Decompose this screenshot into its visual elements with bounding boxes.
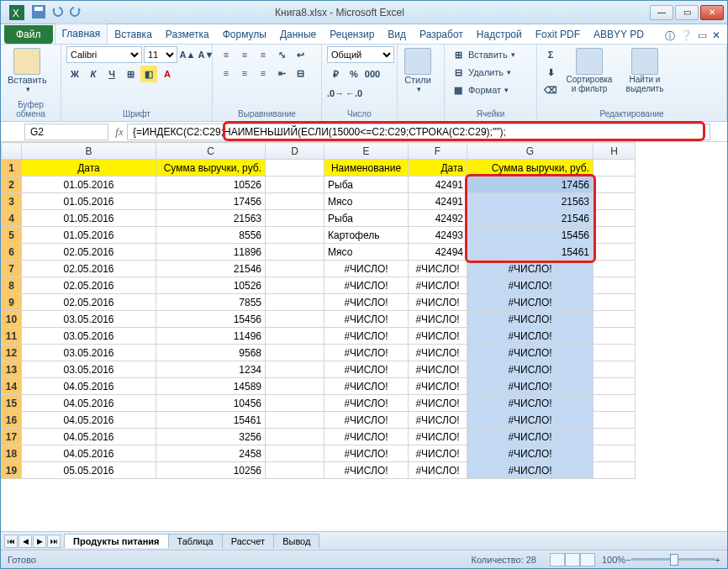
cell-C7[interactable]: 21546: [156, 261, 266, 277]
cell-B14[interactable]: 04.05.2016: [22, 378, 156, 395]
maximize-button[interactable]: ▭: [675, 5, 699, 20]
cell-C17[interactable]: 3256: [156, 429, 266, 445]
worksheet-grid[interactable]: BCDEFGH1ДатаСумма выручки, руб.Наименова…: [1, 142, 727, 531]
border-button[interactable]: ⊞: [122, 66, 139, 82]
cell-H2[interactable]: [593, 176, 636, 193]
cell-H16[interactable]: [593, 412, 636, 429]
cell-G12[interactable]: #ЧИСЛО!: [467, 345, 593, 361]
align-middle-icon[interactable]: ≡: [236, 46, 253, 63]
zoom-in-button[interactable]: +: [715, 555, 720, 565]
cell-B12[interactable]: 03.05.2016: [22, 345, 156, 361]
cell-D13[interactable]: [266, 361, 324, 378]
cell-H19[interactable]: [593, 462, 636, 479]
font-color-button[interactable]: A: [159, 66, 176, 82]
row-header[interactable]: 9: [2, 294, 22, 311]
cell-C6[interactable]: 11896: [156, 244, 266, 261]
ribbon-tab-1[interactable]: Вставка: [108, 25, 159, 44]
header-cell[interactable]: [266, 160, 324, 176]
cell-F4[interactable]: 42492: [409, 210, 467, 227]
cell-C16[interactable]: 15461: [156, 412, 266, 429]
cell-B19[interactable]: 05.05.2016: [22, 462, 156, 479]
cell-E6[interactable]: Мясо: [324, 244, 409, 261]
wrap-text-icon[interactable]: ↩: [292, 46, 309, 63]
pagebreak-view-button[interactable]: [580, 553, 595, 566]
cell-F7[interactable]: #ЧИСЛО!: [409, 261, 467, 277]
number-format-select[interactable]: Общий: [327, 46, 394, 63]
cell-D17[interactable]: [266, 429, 324, 445]
cell-C2[interactable]: 10526: [156, 176, 266, 193]
sheet-tab[interactable]: Рассчет: [222, 534, 275, 548]
row-header[interactable]: 13: [2, 361, 22, 378]
font-size-select[interactable]: 11: [144, 46, 177, 63]
col-header-F[interactable]: F: [409, 143, 467, 160]
cell-F2[interactable]: 42491: [409, 176, 467, 193]
row-header[interactable]: 2: [2, 176, 22, 193]
cell-D3[interactable]: [266, 193, 324, 210]
cell-F5[interactable]: 42493: [409, 227, 467, 244]
ribbon-tab-6[interactable]: Вид: [381, 25, 413, 44]
cell-E12[interactable]: #ЧИСЛО!: [324, 345, 409, 361]
cell-H12[interactable]: [593, 345, 636, 361]
cell-H8[interactable]: [593, 277, 636, 294]
clear-icon[interactable]: ⌫: [542, 82, 559, 98]
cell-E16[interactable]: #ЧИСЛО!: [324, 412, 409, 429]
formula-input[interactable]: {=ИНДЕКС(C2:C29;НАИМЕНЬШИЙ(ЕСЛИ(15000<=C…: [127, 124, 710, 140]
fx-icon[interactable]: fx: [112, 125, 127, 139]
cell-B4[interactable]: 01.05.2016: [22, 210, 156, 227]
cell-F6[interactable]: 42494: [409, 244, 467, 261]
cell-B5[interactable]: 01.05.2016: [22, 227, 156, 244]
select-all-corner[interactable]: [2, 143, 22, 160]
cell-C18[interactable]: 2458: [156, 445, 266, 462]
cell-E14[interactable]: #ЧИСЛО!: [324, 378, 409, 395]
cell-H5[interactable]: [593, 227, 636, 244]
cell-B7[interactable]: 02.05.2016: [22, 261, 156, 277]
zoom-slider[interactable]: [631, 558, 715, 561]
close-button[interactable]: ✕: [700, 5, 724, 20]
cell-F15[interactable]: #ЧИСЛО!: [409, 395, 467, 412]
cell-B15[interactable]: 04.05.2016: [22, 395, 156, 412]
cell-H14[interactable]: [593, 378, 636, 395]
cell-D19[interactable]: [266, 462, 324, 479]
row-header[interactable]: 17: [2, 429, 22, 445]
cell-E10[interactable]: #ЧИСЛО!: [324, 311, 409, 328]
cell-F14[interactable]: #ЧИСЛО!: [409, 378, 467, 395]
cell-C10[interactable]: 15456: [156, 311, 266, 328]
cell-F12[interactable]: #ЧИСЛО!: [409, 345, 467, 361]
cell-D16[interactable]: [266, 412, 324, 429]
row-header[interactable]: 15: [2, 395, 22, 412]
cell-F3[interactable]: 42491: [409, 193, 467, 210]
cell-G16[interactable]: #ЧИСЛО!: [467, 412, 593, 429]
cell-D2[interactable]: [266, 176, 324, 193]
cell-D4[interactable]: [266, 210, 324, 227]
cell-H11[interactable]: [593, 328, 636, 345]
header-cell[interactable]: [593, 160, 636, 176]
ribbon-tab-10[interactable]: ABBYY PD: [587, 25, 651, 44]
cell-B2[interactable]: 01.05.2016: [22, 176, 156, 193]
name-box[interactable]: G2: [24, 124, 108, 140]
cell-G10[interactable]: #ЧИСЛО!: [467, 311, 593, 328]
redo-icon[interactable]: [69, 5, 82, 18]
sort-filter-button[interactable]: Сортировка и фильтр: [562, 46, 616, 95]
row-header[interactable]: 4: [2, 210, 22, 227]
cell-E8[interactable]: #ЧИСЛО!: [324, 277, 409, 294]
currency-icon[interactable]: ₽: [327, 66, 344, 82]
cell-C4[interactable]: 21563: [156, 210, 266, 227]
cell-D7[interactable]: [266, 261, 324, 277]
cell-C19[interactable]: 10256: [156, 462, 266, 479]
comma-icon[interactable]: 000: [364, 66, 381, 82]
cell-G8[interactable]: #ЧИСЛО!: [467, 277, 593, 294]
undo-icon[interactable]: [50, 5, 64, 18]
zoom-level[interactable]: 100%: [602, 555, 625, 565]
cell-D9[interactable]: [266, 294, 324, 311]
header-cell[interactable]: Сумма выручки, руб.: [156, 160, 266, 176]
doc-close-icon[interactable]: ✕: [712, 29, 720, 44]
cell-B8[interactable]: 02.05.2016: [22, 277, 156, 294]
cell-C15[interactable]: 10456: [156, 395, 266, 412]
cell-D18[interactable]: [266, 445, 324, 462]
row-header[interactable]: 19: [2, 462, 22, 479]
ribbon-tab-7[interactable]: Разработ: [413, 25, 470, 44]
row-header[interactable]: 3: [2, 193, 22, 210]
cell-C8[interactable]: 10526: [156, 277, 266, 294]
cell-D15[interactable]: [266, 395, 324, 412]
paste-button[interactable]: Вставить▾: [6, 46, 49, 95]
